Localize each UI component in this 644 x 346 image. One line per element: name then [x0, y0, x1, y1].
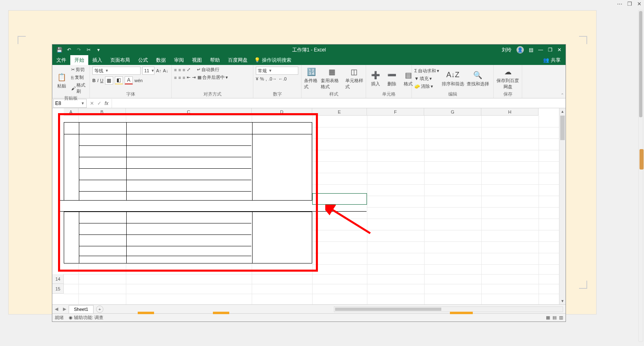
tab-insert[interactable]: 插入 — [88, 55, 106, 65]
align-center-icon[interactable]: ≡ — [178, 75, 181, 80]
tab-review[interactable]: 审阅 — [170, 55, 188, 65]
tab-data[interactable]: 数据 — [152, 55, 170, 65]
col-header-f[interactable]: F — [367, 108, 424, 116]
active-cell[interactable] — [312, 193, 367, 205]
col-header-h[interactable]: H — [481, 108, 539, 116]
add-sheet-button[interactable]: + — [96, 306, 103, 313]
close-icon[interactable]: ✕ — [557, 47, 561, 53]
col-header-e[interactable]: E — [312, 108, 367, 116]
col-header-a[interactable]: A — [64, 108, 78, 116]
outer-scroll-thumb[interactable] — [639, 11, 642, 117]
merge-center-button[interactable]: ▦ 合并后居中 ▾ — [197, 74, 228, 80]
ribbon-display-icon[interactable]: ▤ — [529, 47, 533, 53]
font-size-combo[interactable]: 11▼ — [142, 67, 154, 75]
share-button[interactable]: 👥 共享 — [538, 55, 566, 65]
fill-button[interactable]: ▼ 填充 ▾ — [414, 76, 439, 82]
increase-indent-icon[interactable]: ⇥ — [192, 75, 196, 80]
row-header-14[interactable]: 14 — [52, 274, 64, 284]
horizontal-scrollbar[interactable] — [334, 306, 563, 312]
scroll-down-icon[interactable]: ▼ — [559, 298, 566, 304]
insert-cells-button[interactable]: ➕插入 — [369, 70, 382, 87]
view-normal-icon[interactable]: ▦ — [546, 315, 550, 320]
save-to-baidu-button[interactable]: ☁保存到百度网盘 — [496, 67, 519, 90]
scroll-up-icon[interactable]: ▲ — [559, 108, 566, 115]
underline-button[interactable]: U — [100, 78, 103, 83]
currency-icon[interactable]: ¥ — [256, 76, 258, 81]
decrease-font-icon[interactable]: A↓ — [163, 68, 168, 73]
col-header-c[interactable]: C — [126, 108, 252, 116]
find-select-button[interactable]: 🔍查找和选择 — [467, 70, 489, 87]
number-format-combo[interactable]: 常规▼ — [256, 67, 298, 75]
conditional-format-button[interactable]: 🔢条件格式 — [304, 67, 318, 90]
align-bottom-icon[interactable]: ≡ — [183, 67, 185, 72]
os-close-icon[interactable]: ✕ — [637, 1, 642, 7]
worksheet-area[interactable]: A B C D E F G H 14 15 — [52, 108, 566, 304]
paste-button[interactable]: 📋 粘贴 — [55, 72, 69, 89]
redo-icon[interactable]: ↷ — [76, 47, 82, 53]
font-name-combo[interactable]: 等线▼ — [92, 67, 141, 75]
tab-view[interactable]: 视图 — [188, 55, 206, 65]
formula-input[interactable] — [112, 99, 566, 108]
row-header-15[interactable]: 15 — [52, 284, 64, 294]
delete-cells-button[interactable]: ➖删除 — [385, 70, 399, 87]
percent-icon[interactable]: % — [260, 76, 264, 81]
orientation-icon[interactable]: ⤢ — [187, 67, 190, 72]
decrease-decimal-icon[interactable]: ←.0 — [278, 76, 286, 81]
phonetic-button[interactable]: wén — [134, 78, 143, 83]
fx-icon[interactable]: fx — [105, 100, 108, 106]
col-header-b[interactable]: B — [78, 108, 126, 116]
os-more-icon[interactable]: ⋯ — [617, 1, 622, 7]
hscroll-thumb[interactable] — [335, 308, 441, 311]
autosum-button[interactable]: Σ 自动求和 ▾ — [414, 68, 439, 74]
view-page-break-icon[interactable]: ▥ — [559, 315, 563, 320]
os-maximize-icon[interactable]: ❐ — [627, 1, 632, 7]
align-right-icon[interactable]: ≡ — [183, 75, 185, 80]
comma-icon[interactable]: , — [266, 76, 267, 81]
border-button[interactable]: ▦ — [105, 76, 113, 85]
bold-button[interactable]: B — [92, 78, 96, 83]
col-header-g[interactable]: G — [424, 108, 481, 116]
collapse-ribbon-icon[interactable]: ⌃ — [561, 93, 564, 97]
clear-button[interactable]: 🧽 清除 ▾ — [414, 83, 439, 89]
sheet-nav-prev-icon[interactable]: ◀ — [52, 306, 60, 312]
user-avatar-icon[interactable]: 👤 — [517, 46, 524, 54]
format-as-table-button[interactable]: ▦套用表格格式 — [321, 67, 342, 90]
enter-icon[interactable]: ✓ — [97, 100, 101, 106]
cell-grid[interactable] — [64, 116, 559, 304]
scissors-icon[interactable]: ✂ — [86, 47, 92, 53]
tab-formulas[interactable]: 公式 — [134, 55, 152, 65]
format-painter-button[interactable]: 🖌格式刷 — [71, 82, 87, 94]
outer-scroll-nub[interactable] — [640, 149, 644, 170]
fill-color-button[interactable]: ◧ — [115, 76, 123, 85]
save-icon[interactable]: 💾 — [56, 47, 62, 53]
sort-filter-button[interactable]: A↓Z排序和筛选 — [442, 70, 464, 87]
col-header-d[interactable]: D — [252, 108, 312, 116]
align-top-icon[interactable]: ≡ — [174, 67, 177, 72]
cut-button[interactable]: ✂剪切 — [71, 67, 87, 73]
tab-baidu[interactable]: 百度网盘 — [224, 55, 252, 65]
qat-more-icon[interactable]: ▾ — [96, 47, 101, 53]
increase-font-icon[interactable]: A↑ — [156, 68, 161, 73]
decrease-indent-icon[interactable]: ⇤ — [187, 75, 190, 80]
tab-help[interactable]: 帮助 — [206, 55, 224, 65]
cell-styles-button[interactable]: ◫单元格样式 — [345, 67, 363, 90]
vertical-scrollbar[interactable]: ▲ ▼ — [559, 108, 566, 304]
minimize-icon[interactable]: — — [538, 47, 543, 53]
align-left-icon[interactable]: ≡ — [174, 75, 177, 80]
status-accessibility[interactable]: ◉ 辅助功能: 调查 — [69, 315, 103, 321]
undo-icon[interactable]: ↶ — [66, 47, 72, 53]
cancel-icon[interactable]: ✕ — [90, 100, 94, 106]
restore-icon[interactable]: ❐ — [548, 47, 552, 53]
tab-file[interactable]: 文件 — [52, 55, 70, 65]
align-middle-icon[interactable]: ≡ — [178, 67, 181, 72]
increase-decimal-icon[interactable]: .0→ — [268, 76, 277, 81]
font-color-button[interactable]: A — [125, 76, 133, 85]
sheet-nav-next-icon[interactable]: ▶ — [60, 306, 69, 312]
tab-home[interactable]: 开始 — [70, 55, 88, 65]
scrollbar-thumb[interactable] — [560, 116, 565, 140]
copy-button[interactable]: ⎘复制 — [71, 74, 87, 80]
tab-page-layout[interactable]: 页面布局 — [106, 55, 134, 65]
italic-button[interactable]: I — [97, 78, 98, 83]
tell-me-search[interactable]: 💡 操作说明搜索 — [254, 55, 291, 65]
view-page-layout-icon[interactable]: ▤ — [552, 315, 557, 320]
